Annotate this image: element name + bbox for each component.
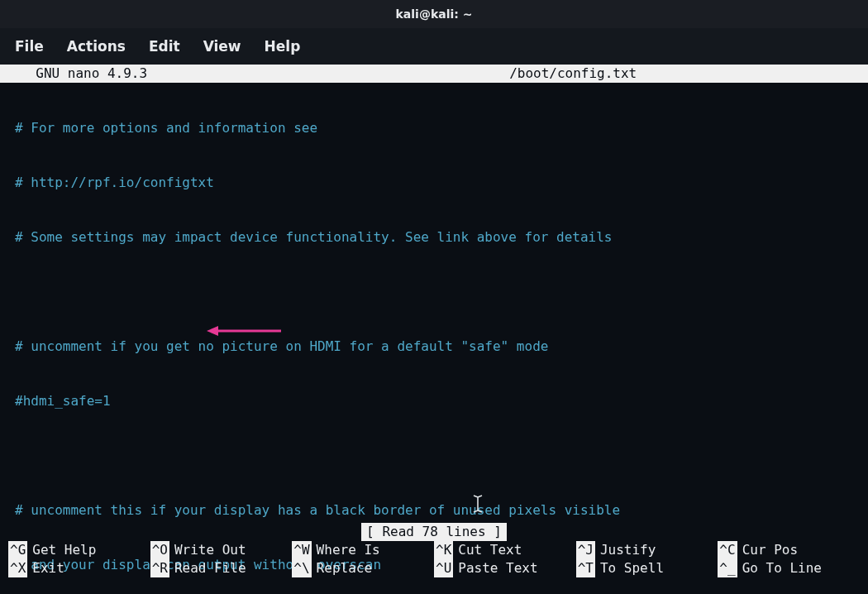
nano-footer: [ Read 78 lines ] ^GGet Help ^OWrite Out…	[8, 523, 860, 577]
shortcut-key: ^\	[292, 559, 311, 577]
shortcut-go-to-line[interactable]: ^_Go To Line	[718, 559, 860, 577]
nano-content[interactable]: # For more options and information see #…	[0, 83, 868, 594]
shortcut-label: Where Is	[317, 541, 380, 559]
shortcut-key: ^T	[576, 559, 595, 577]
menu-file[interactable]: File	[15, 38, 44, 55]
menu-actions[interactable]: Actions	[67, 38, 126, 55]
shortcut-get-help[interactable]: ^GGet Help	[8, 541, 150, 559]
shortcut-exit[interactable]: ^XExit	[8, 559, 150, 577]
shortcut-key: ^G	[8, 541, 27, 559]
terminal[interactable]: GNU nano 4.9.3 /boot/config.txt # For mo…	[0, 65, 868, 594]
shortcut-key: ^O	[150, 541, 169, 559]
content-line: # For more options and information see	[15, 119, 866, 137]
content-line: # uncomment if you get no picture on HDM…	[15, 338, 866, 356]
content-line	[15, 283, 866, 301]
shortcut-label: Go To Line	[742, 559, 822, 577]
menu-help[interactable]: Help	[265, 38, 301, 55]
shortcut-write-out[interactable]: ^OWrite Out	[150, 541, 293, 559]
shortcut-cut-text[interactable]: ^KCut Text	[434, 541, 576, 559]
shortcut-label: Exit	[32, 559, 64, 577]
shortcut-label: Justify	[600, 541, 656, 559]
shortcut-row-1: ^GGet Help ^OWrite Out ^WWhere Is ^KCut …	[8, 541, 860, 559]
shortcut-key: ^U	[434, 559, 453, 577]
nano-statusbar: GNU nano 4.9.3 /boot/config.txt	[0, 65, 868, 83]
nano-status-tail	[645, 65, 868, 83]
shortcut-key: ^R	[150, 559, 169, 577]
shortcut-key: ^J	[576, 541, 595, 559]
shortcut-label: To Spell	[600, 559, 664, 577]
menu-edit[interactable]: Edit	[149, 38, 180, 55]
shortcut-key: ^W	[292, 541, 311, 559]
shortcut-label: Read File	[174, 559, 246, 577]
menu-view[interactable]: View	[203, 38, 241, 55]
shortcut-label: Cur Pos	[742, 541, 798, 559]
shortcut-key: ^C	[718, 541, 737, 559]
shortcut-label: Cut Text	[458, 541, 522, 559]
nano-status-gap	[154, 65, 501, 83]
shortcut-row-2: ^XExit ^RRead File ^\Replace ^UPaste Tex…	[8, 559, 860, 577]
window-titlebar: kali@kali: ~	[0, 0, 868, 28]
window-title: kali@kali: ~	[396, 7, 473, 21]
shortcut-justify[interactable]: ^JJustify	[576, 541, 718, 559]
content-line: #hdmi_safe=1	[15, 392, 866, 410]
content-line: # uncomment this if your display has a b…	[15, 501, 866, 520]
shortcut-cur-pos[interactable]: ^CCur Pos	[718, 541, 860, 559]
shortcut-label: Get Help	[32, 541, 96, 559]
shortcut-read-file[interactable]: ^RRead File	[150, 559, 293, 577]
shortcut-where-is[interactable]: ^WWhere Is	[292, 541, 434, 559]
shortcut-replace[interactable]: ^\Replace	[292, 559, 434, 577]
content-line: # Some settings may impact device functi…	[15, 228, 866, 247]
nano-status-message: [ Read 78 lines ]	[361, 523, 507, 541]
nano-title: GNU nano 4.9.3	[0, 65, 154, 83]
menubar: File Actions Edit View Help	[0, 28, 868, 65]
nano-filepath: /boot/config.txt	[501, 65, 645, 83]
content-line	[15, 447, 866, 465]
shortcut-to-spell[interactable]: ^TTo Spell	[576, 559, 718, 577]
shortcut-label: Paste Text	[458, 559, 537, 577]
shortcut-paste-text[interactable]: ^UPaste Text	[434, 559, 576, 577]
shortcut-key: ^K	[434, 541, 453, 559]
nano-status-message-row: [ Read 78 lines ]	[8, 523, 860, 541]
content-line: # http://rpf.io/configtxt	[15, 174, 866, 192]
shortcut-label: Replace	[317, 559, 372, 577]
shortcut-key: ^X	[8, 559, 27, 577]
shortcut-label: Write Out	[174, 541, 246, 559]
shortcut-key: ^_	[718, 559, 737, 577]
